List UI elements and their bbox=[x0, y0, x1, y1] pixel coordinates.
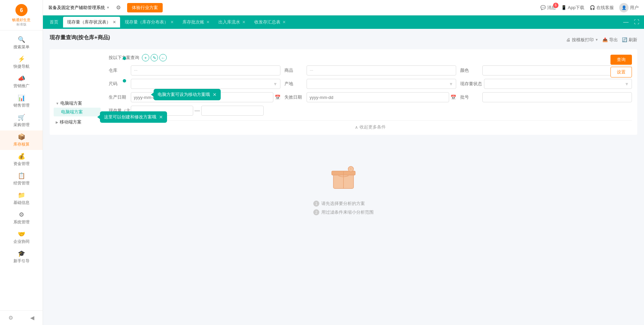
sidebar-item-purchase[interactable]: 🛒 采购管理 bbox=[0, 111, 43, 130]
sidebar-settings-btn[interactable]: ⚙ bbox=[6, 313, 16, 322]
scheme-group-mobile: ▶ 移动端方案 bbox=[54, 118, 101, 126]
system-selector[interactable]: 装备及固定资产辅助管理系统 ▼ bbox=[48, 5, 110, 11]
tab-batch-account-close[interactable]: ✕ bbox=[206, 20, 210, 24]
logo-badge: 标准版 bbox=[16, 22, 26, 27]
refresh-label: 刷新 bbox=[629, 37, 637, 43]
color-select[interactable]: ▼ bbox=[482, 65, 632, 75]
size-select[interactable]: ▼ bbox=[131, 79, 280, 89]
stock-status-select[interactable]: ▼ bbox=[484, 79, 632, 89]
app-download-action[interactable]: 📱 App下载 bbox=[561, 5, 584, 11]
batch-input[interactable] bbox=[482, 92, 632, 102]
origin-select[interactable]: ▼ bbox=[307, 79, 456, 89]
goods-select[interactable]: ··· bbox=[307, 65, 456, 75]
search-btn[interactable]: 查询 bbox=[610, 55, 632, 65]
filter-item-stock-status: 现存量状态 ▼ bbox=[460, 79, 632, 89]
scheme-group-desktop: ▼ 电脑端方案 电脑端方案 bbox=[54, 99, 101, 116]
sidebar-item-management[interactable]: 📋 经营管理 bbox=[0, 169, 43, 189]
sidebar-item-guide-label: 新手引导 bbox=[13, 258, 30, 264]
sidebar-item-finance[interactable]: 💰 资金管理 bbox=[0, 150, 43, 169]
filter-actions: + ✎ ← bbox=[142, 54, 167, 61]
exp-date-icon[interactable]: 📅 bbox=[450, 95, 456, 100]
range-sep: — bbox=[195, 108, 200, 114]
header-settings-btn[interactable]: ⚙ bbox=[114, 3, 123, 12]
mfg-label: 生产日期 bbox=[109, 94, 129, 100]
warehouse-select[interactable]: ··· bbox=[131, 65, 280, 75]
sidebar-item-guide[interactable]: 🎓 新手引导 bbox=[0, 247, 43, 267]
stock-status-label: 现存量状态 bbox=[460, 81, 482, 87]
sidebar-item-marketing[interactable]: 📣 营销推广 bbox=[0, 72, 43, 92]
reset-btn[interactable]: 设置 bbox=[610, 67, 632, 77]
sidebar-item-inventory[interactable]: 📦 库存核算 bbox=[0, 130, 43, 150]
mfg-date-icon[interactable]: 📅 bbox=[275, 95, 280, 100]
support-action[interactable]: 🎧 在线客服 bbox=[590, 5, 614, 11]
tabs-bar: 首页 现存量（库存状况表） ✕ 现存量（库存分布表） ✕ 库存批次账 ✕ 出入库… bbox=[43, 15, 644, 29]
sales-icon: 📊 bbox=[18, 94, 25, 102]
sidebar-bottom: ⚙ ◀ bbox=[0, 310, 43, 325]
tab-flow-close[interactable]: ✕ bbox=[242, 20, 246, 24]
scheme-tip-popup: 电脑方案可设为移动方案哦 ✕ bbox=[154, 89, 221, 100]
scheme-edit-close[interactable]: ✕ bbox=[159, 114, 163, 120]
exp-date-start[interactable] bbox=[307, 92, 449, 102]
sidebar-item-sales[interactable]: 📊 销售管理 bbox=[0, 92, 43, 111]
filter-row-1: 仓库 ··· 商品 ··· 颜色 bbox=[109, 65, 632, 75]
messages-badge: 6 bbox=[553, 3, 558, 8]
inventory-icon: 📦 bbox=[18, 133, 25, 141]
tab-stock-status[interactable]: 现存量（库存状况表） ✕ bbox=[63, 17, 120, 28]
filter-footer: ∧ 收起更多条件 bbox=[109, 120, 632, 130]
warehouse-dots: ··· bbox=[134, 67, 137, 73]
purchase-icon: 🛒 bbox=[18, 114, 25, 121]
support-label: 在线客服 bbox=[596, 5, 614, 11]
collapse-btn[interactable]: ∧ 收起更多条件 bbox=[355, 124, 386, 130]
tabs-maximize-btn[interactable]: ⛶ bbox=[632, 18, 641, 26]
stock-main-end[interactable] bbox=[201, 106, 264, 116]
scheme-group-desktop-label: 电脑端方案 bbox=[60, 100, 82, 106]
sidebar-item-quick-nav[interactable]: ⚡ 快捷导航 bbox=[0, 53, 43, 72]
scheme-group-desktop-header[interactable]: ▼ 电脑端方案 bbox=[54, 99, 101, 108]
sidebar-item-basic-info-label: 基础信息 bbox=[13, 200, 30, 206]
scheme-desktop-item[interactable]: 电脑端方案 bbox=[54, 108, 101, 116]
sidebar-item-system[interactable]: ⚙ 系统管理 bbox=[0, 208, 43, 228]
scheme-tip-close[interactable]: ✕ bbox=[213, 92, 217, 97]
scheme-group-mobile-header[interactable]: ▶ 移动端方案 bbox=[54, 118, 101, 126]
svg-text:6: 6 bbox=[20, 7, 23, 13]
tab-stock-dist-close[interactable]: ✕ bbox=[170, 20, 174, 24]
export-btn[interactable]: 📤 导出 bbox=[602, 37, 618, 43]
sidebar-item-search[interactable]: 🔍 搜索菜单 bbox=[0, 33, 43, 53]
refresh-btn[interactable]: 🔄 刷新 bbox=[622, 37, 637, 43]
sidebar-item-enterprise[interactable]: 🤝 企业协同 bbox=[0, 228, 43, 247]
tab-summary[interactable]: 收发存汇总表 ✕ bbox=[250, 17, 290, 28]
collapse-label: 收起更多条件 bbox=[360, 124, 386, 130]
tab-stock-status-close[interactable]: ✕ bbox=[113, 20, 116, 24]
size-chevron: ▼ bbox=[273, 82, 277, 87]
messages-action[interactable]: 💬 消息 6 bbox=[540, 5, 556, 11]
print-btn[interactable]: 🖨 按模板打印 ▼ bbox=[566, 37, 598, 43]
add-filter-btn[interactable]: + bbox=[142, 54, 149, 61]
tab-home[interactable]: 首页 bbox=[46, 17, 62, 28]
highlight-dot-2 bbox=[123, 79, 126, 83]
filter-item-size: 尺码 ▼ bbox=[109, 79, 280, 89]
system-name: 装备及固定资产辅助管理系统 bbox=[48, 5, 105, 11]
search-btn-group: 查询 设置 bbox=[610, 55, 632, 77]
industry-btn[interactable]: 体验行业方案 bbox=[127, 3, 163, 12]
warehouse-label: 仓库 bbox=[109, 67, 129, 73]
scheme-edit-text: 这里可以创建和修改方案哦 bbox=[104, 114, 156, 120]
empty-illustration: ! bbox=[327, 162, 360, 195]
exp-label: 失效日期 bbox=[284, 94, 305, 100]
marketing-icon: 📣 bbox=[18, 75, 25, 82]
tab-stock-dist[interactable]: 现存量（库存分布表） ✕ bbox=[121, 17, 178, 28]
back-filter-btn[interactable]: ← bbox=[159, 54, 167, 61]
tab-flow[interactable]: 出入库流水 ✕ bbox=[214, 17, 250, 28]
edit-filter-btn[interactable]: ✎ bbox=[151, 54, 158, 61]
tab-batch-account[interactable]: 库存批次账 ✕ bbox=[178, 17, 214, 28]
basic-info-icon: 📁 bbox=[18, 192, 25, 199]
user-action[interactable]: 👤 用户 bbox=[619, 3, 639, 12]
sidebar-collapse-btn[interactable]: ◀ bbox=[28, 313, 37, 322]
sidebar-logo: 6 畅通好生意 标准版 bbox=[0, 0, 43, 31]
origin-label: 产地 bbox=[284, 81, 305, 87]
sidebar-item-basic-info[interactable]: 📁 基础信息 bbox=[0, 189, 43, 208]
tab-summary-close[interactable]: ✕ bbox=[282, 20, 286, 24]
filter-item-batch: 批号 bbox=[460, 92, 632, 102]
filter-item-warehouse: 仓库 ··· bbox=[109, 65, 280, 75]
tabs-minimize-btn[interactable]: — bbox=[621, 18, 631, 26]
export-label: 导出 bbox=[609, 37, 618, 43]
